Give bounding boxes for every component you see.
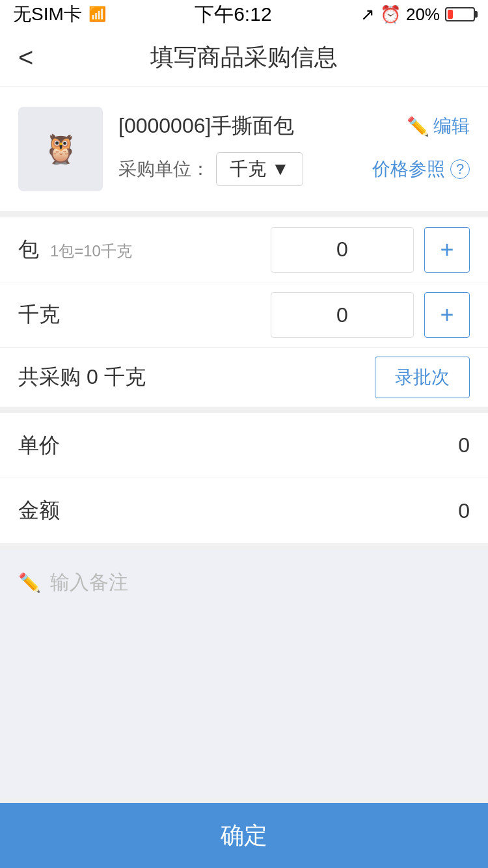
price-row-amount: 金额 0 [0,478,488,543]
wifi-icon: 📶 [88,6,106,23]
battery-percent: 20% [406,5,440,25]
price-ref-label: 价格参照 [372,157,445,182]
qty-label-kg: 千克 [18,301,122,329]
pencil-icon: ✏️ [18,572,41,593]
unit-select[interactable]: 千克 ▼ [216,152,303,186]
total-label: 共采购 0 千克 [18,363,146,392]
status-bar: 无SIM卡 📶 下午6:12 ↗ ⏰ 20% [0,0,488,29]
qty-input-wrap-bag: + [132,227,470,273]
page-title: 填写商品采购信息 [150,42,338,74]
nav-bar: < 填写商品采购信息 [0,29,488,87]
quantity-section: 包 1包=10千克 + 千克 + [0,217,488,348]
qty-row-kg: 千克 + [0,282,488,347]
product-card: 🦉 [0000006]手撕面包 ✏️ 编辑 采购单位： 千克 ▼ 价格参照 ? [0,87,488,217]
qty-plus-kg[interactable]: + [424,292,470,338]
qty-label-bag: 包 1包=10千克 [18,236,132,264]
qty-input-kg[interactable] [271,292,414,338]
status-left: 无SIM卡 📶 [13,2,106,27]
product-logo: 🦉 [43,132,79,166]
qty-input-wrap-kg: + [122,292,470,338]
product-id: [0000006] [118,114,211,137]
location-icon: ↗ [360,5,375,25]
price-section: 单价 0 金额 0 [0,413,488,550]
confirm-button[interactable]: 确定 [0,803,488,868]
price-unit-value: 0 [458,433,470,457]
batch-button[interactable]: 录批次 [375,357,470,398]
battery-fill [448,10,453,19]
remark-placeholder: 输入备注 [50,569,128,596]
unit-value: 千克 [230,157,266,182]
help-icon: ? [450,159,470,179]
total-row: 共采购 0 千克 录批次 [0,348,488,413]
qty-input-bag[interactable] [271,227,414,273]
status-right: ↗ ⏰ 20% [360,5,475,25]
back-button[interactable]: < [18,43,33,72]
purchase-unit-row: 采购单位： 千克 ▼ 价格参照 ? [118,152,470,186]
purchase-unit-label: 采购单位： [118,157,210,182]
price-ref-button[interactable]: 价格参照 ? [372,157,470,182]
alarm-icon: ⏰ [380,5,401,25]
product-name: [0000006]手撕面包 [118,112,294,141]
edit-button[interactable]: ✏️ 编辑 [407,114,470,139]
carrier-text: 无SIM卡 [13,2,82,27]
price-row-unit: 单价 0 [0,413,488,478]
price-amount-label: 金额 [18,496,60,525]
qty-row-bag: 包 1包=10千克 + [0,217,488,282]
empty-area [0,616,488,798]
edit-label: 编辑 [433,114,470,139]
product-name-row: [0000006]手撕面包 ✏️ 编辑 [118,112,470,141]
product-title: 手撕面包 [211,114,294,137]
price-amount-value: 0 [458,499,470,523]
remark-section[interactable]: ✏️ 输入备注 [0,550,488,616]
product-image: 🦉 [18,107,103,191]
edit-icon: ✏️ [407,116,429,137]
qty-plus-bag[interactable]: + [424,227,470,273]
chevron-down-icon: ▼ [271,159,290,180]
battery-icon [445,7,475,21]
qty-sub-bag: 1包=10千克 [50,242,132,260]
status-time: 下午6:12 [195,1,271,28]
product-info: [0000006]手撕面包 ✏️ 编辑 采购单位： 千克 ▼ 价格参照 ? [118,112,470,186]
price-unit-label: 单价 [18,431,60,460]
